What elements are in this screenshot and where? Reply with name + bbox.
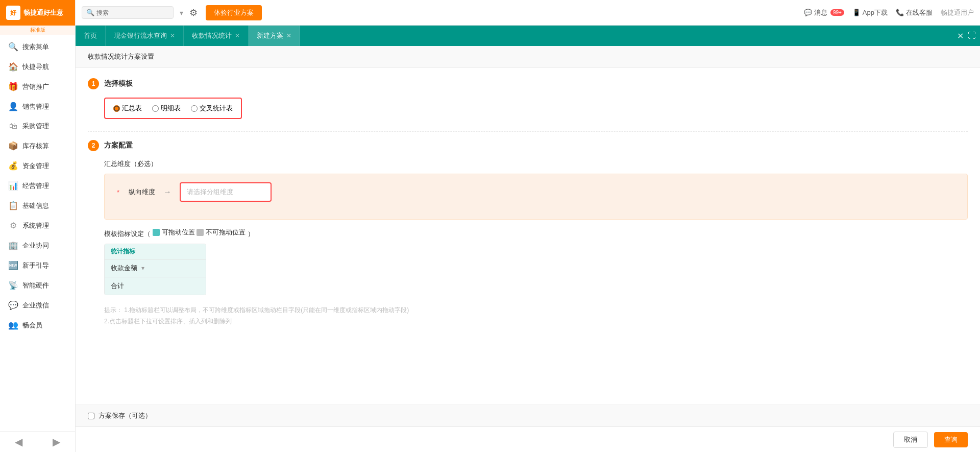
metrics-label: 模板指标设定（ 可拖动位置 不可拖动位置 ） — [104, 228, 968, 239]
sidebar-item-label: 企业微信 — [22, 301, 49, 310]
search-icon: 🔍 — [86, 9, 94, 16]
step2-title: 方案配置 — [104, 141, 133, 150]
dimension-select[interactable]: 请选择分组维度 — [180, 182, 272, 202]
tab-new-scheme[interactable]: 新建方案 ✕ — [249, 26, 300, 46]
draggable-tag: 可拖动位置 — [153, 228, 195, 237]
sidebar-item-guide[interactable]: 🆕 新手引导 — [0, 255, 75, 275]
cancel-button[interactable]: 取消 — [893, 432, 928, 448]
radio-summary[interactable]: 汇总表 — [113, 104, 142, 113]
tips-line2: 2.点击标题栏下拉可设置排序、插入列和删除列 — [104, 316, 951, 327]
sidebar: 好 畅捷通好生意 标准版 🔍 搜索菜单 🏠 快捷导航 🎁 营销推广 👤 销售管理… — [0, 0, 76, 452]
template-options: 汇总表 明细表 交叉统计表 — [104, 98, 242, 119]
sidebar-item-label: 营销推广 — [22, 82, 49, 91]
service-item[interactable]: 📞 在线客服 — [896, 8, 933, 17]
tips-line1: 提示： 1.拖动标题栏可以调整布局，不可跨维度或指标区域拖动栏目字段(只能在同一… — [104, 305, 951, 316]
sidebar-item-label: 智能硬件 — [22, 281, 49, 290]
save-checkbox[interactable] — [88, 413, 94, 419]
member-icon: 👥 — [8, 320, 18, 330]
sidebar-item-search-menu[interactable]: 🔍 搜索菜单 — [0, 37, 75, 57]
sidebar-item-enterprise[interactable]: 🏢 企业协同 — [0, 235, 75, 255]
dimension-subsection: 汇总维度（必选） * 纵向维度 → 请选择分组维度 — [88, 159, 968, 220]
radio-cross-input[interactable] — [191, 105, 198, 112]
service-icon: 📞 — [896, 9, 904, 16]
metrics-dropdown-icon[interactable]: ▾ — [141, 265, 144, 272]
radio-detail[interactable]: 明细表 — [152, 104, 181, 113]
footer: 取消 查询 — [76, 426, 980, 452]
save-label: 方案保存（可选） — [99, 411, 152, 420]
search-box[interactable]: 🔍 — [82, 6, 174, 19]
funds-icon: 💰 — [8, 161, 18, 171]
tab-maximize-icon[interactable]: ⛶ — [968, 31, 976, 40]
tab-bank-flow-close[interactable]: ✕ — [170, 32, 175, 39]
service-label: 在线客服 — [906, 8, 933, 17]
tab-bank-flow[interactable]: 现金银行流水查询 ✕ — [106, 26, 184, 46]
sidebar-item-member[interactable]: 👥 畅会员 — [0, 315, 75, 335]
step1-section: 1 选择模板 汇总表 明细表 — [88, 78, 968, 119]
tips-section: 提示： 1.拖动标题栏可以调整布局，不可跨维度或指标区域拖动栏目字段(只能在同一… — [104, 305, 951, 327]
notification-item[interactable]: 💬 消息 99+ — [804, 8, 844, 17]
user-text: 畅捷通用户 — [941, 8, 974, 17]
sidebar-item-purchase[interactable]: 🛍 采购管理 — [0, 116, 75, 136]
step2-section: 2 方案配置 汇总维度（必选） * 纵向维度 → 请选择分组维度 — [88, 140, 968, 327]
query-button[interactable]: 查询 — [934, 432, 968, 447]
sidebar-item-quick-nav[interactable]: 🏠 快捷导航 — [0, 57, 75, 77]
gear-icon[interactable]: ⚙ — [189, 7, 198, 18]
system-icon: ⚙ — [8, 221, 18, 230]
notification-label: 消息 — [814, 8, 827, 17]
sidebar-bottom-left-icon[interactable]: ◀ — [15, 436, 22, 448]
draggable-color-block — [153, 229, 160, 236]
sidebar-item-smart-hw[interactable]: 📡 智能硬件 — [0, 275, 75, 295]
sidebar-bottom: ◀ ▶ — [0, 431, 75, 452]
dimension-row: * 纵向维度 → 请选择分组维度 — [117, 182, 955, 202]
sidebar-item-system[interactable]: ⚙ 系统管理 — [0, 216, 75, 235]
page-header: 收款情况统计方案设置 — [76, 46, 980, 68]
breadcrumb: 收款情况统计方案设置 — [88, 53, 154, 60]
sidebar-item-operation[interactable]: 📊 经营管理 — [0, 176, 75, 196]
logo-title: 畅捷通好生意 — [23, 9, 63, 17]
topbar: 🔍 ▾ ⚙ 体验行业方案 💬 消息 99+ 📱 App下载 📞 在线客服 畅捷通… — [76, 0, 980, 26]
dropdown-icon[interactable]: ▾ — [180, 9, 183, 17]
tab-receipt-stat-close[interactable]: ✕ — [235, 32, 240, 39]
sidebar-item-funds[interactable]: 💰 资金管理 — [0, 156, 75, 176]
sidebar-item-sales[interactable]: 👤 销售管理 — [0, 97, 75, 116]
home-icon: 🏠 — [8, 62, 18, 72]
sidebar-item-basic[interactable]: 📋 基础信息 — [0, 196, 75, 216]
metrics-item-label: 收款金额 — [111, 264, 137, 273]
tab-new-scheme-label: 新建方案 — [257, 31, 283, 40]
wechat-icon: 💬 — [8, 300, 18, 310]
search-menu-icon: 🔍 — [8, 42, 18, 52]
sidebar-item-wechat[interactable]: 💬 企业微信 — [0, 295, 75, 315]
radio-summary-input[interactable] — [113, 105, 120, 112]
metrics-item[interactable]: 收款金额 ▾ — [105, 259, 206, 277]
tab-bar: 首页 现金银行流水查询 ✕ 收款情况统计 ✕ 新建方案 ✕ ✕ ⛶ — [76, 26, 980, 46]
radio-cross[interactable]: 交叉统计表 — [191, 104, 233, 113]
radio-cross-label: 交叉统计表 — [200, 104, 233, 113]
tab-new-scheme-close[interactable]: ✕ — [286, 32, 291, 39]
draggable-label: 可拖动位置 — [162, 228, 195, 237]
radio-detail-input[interactable] — [152, 105, 159, 112]
search-input[interactable] — [96, 9, 163, 16]
trial-button[interactable]: 体验行业方案 — [206, 5, 262, 20]
metrics-subsection: 模板指标设定（ 可拖动位置 不可拖动位置 ） — [88, 228, 968, 297]
sidebar-item-label: 畅会员 — [22, 321, 42, 330]
step1-num: 1 — [88, 78, 99, 89]
non-draggable-color-block — [197, 229, 204, 236]
sidebar-bottom-right-icon[interactable]: ▶ — [53, 436, 60, 448]
arrow-right-icon: → — [163, 187, 172, 197]
sidebar-item-label: 新手引导 — [22, 261, 49, 270]
guide-icon: 🆕 — [8, 260, 18, 270]
tab-home[interactable]: 首页 — [76, 26, 106, 46]
tab-close-all-icon[interactable]: ✕ — [957, 31, 964, 41]
download-item[interactable]: 📱 App下载 — [852, 8, 888, 17]
sidebar-item-label: 基础信息 — [22, 201, 49, 210]
sidebar-item-label: 资金管理 — [22, 161, 49, 171]
sidebar-item-marketing[interactable]: 🎁 营销推广 — [0, 77, 75, 97]
download-icon: 📱 — [852, 9, 861, 16]
sidebar-item-label: 库存核算 — [22, 141, 49, 151]
metrics-area: 统计指标 收款金额 ▾ 合计 — [104, 244, 206, 295]
dimension-label: 汇总维度（必选） — [104, 159, 968, 169]
tab-receipt-stat[interactable]: 收款情况统计 ✕ — [184, 26, 249, 46]
non-draggable-label: 不可拖动位置 — [206, 228, 246, 237]
sidebar-item-inventory[interactable]: 📦 库存核算 — [0, 136, 75, 156]
metrics-sum: 合计 — [105, 277, 206, 295]
